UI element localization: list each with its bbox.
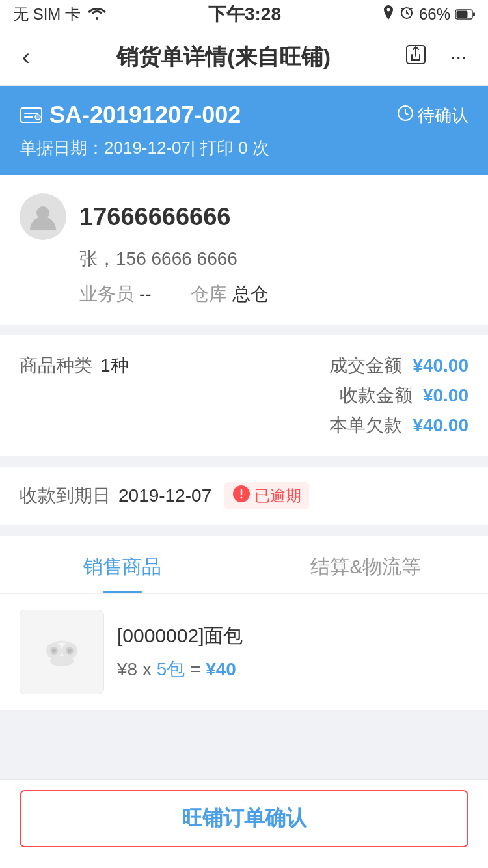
svg-point-17 xyxy=(50,656,74,666)
debt-row: 本单欠款 ¥40.00 xyxy=(329,413,468,438)
warehouse-value: 总仓 xyxy=(232,282,269,306)
location-icon xyxy=(383,5,394,23)
debt-value: ¥40.00 xyxy=(413,415,468,436)
order-meta: 单据日期：2019-12-07| 打印 0 次 xyxy=(20,137,468,159)
payment-label: 收款金额 xyxy=(340,383,413,408)
back-button[interactable]: ‹ xyxy=(16,37,36,77)
customer-name: 张，156 6666 6666 xyxy=(79,247,468,271)
amount-row: 成交金额 ¥40.00 xyxy=(329,353,468,378)
overdue-text: 已逾期 xyxy=(254,485,301,506)
due-date-section: 收款到期日 2019-12-07 已逾期 xyxy=(0,467,488,525)
salesperson-value: -- xyxy=(139,284,152,305)
unit-price: ¥8 xyxy=(117,659,137,679)
battery-label: 66% xyxy=(419,5,450,23)
product-info: [0000002]面包 ¥8 x 5包 = ¥40 xyxy=(117,623,468,682)
page-title: 销货单详情(来自旺铺) xyxy=(47,42,400,72)
order-header-card: SA-20191207-002 待确认 单据日期：2019-12-07| 打印 … xyxy=(0,86,488,175)
svg-point-15 xyxy=(52,649,56,653)
nav-bar: ‹ 销货单详情(来自旺铺) ··· xyxy=(0,29,488,86)
summary-left: 商品种类 1种 xyxy=(20,353,129,378)
order-status: 待确认 xyxy=(397,104,468,127)
warning-icon xyxy=(232,485,251,507)
customer-avatar xyxy=(20,193,66,240)
order-header-top: SA-20191207-002 待确认 xyxy=(20,102,468,129)
overdue-badge: 已逾期 xyxy=(224,482,309,509)
status-text: 待确认 xyxy=(418,104,468,127)
status-bar-time: 下午3:28 xyxy=(208,2,281,27)
warehouse-label: 仓库 xyxy=(191,282,227,306)
payment-row: 收款金额 ¥0.00 xyxy=(340,383,468,408)
wifi-icon xyxy=(87,5,107,23)
due-date-value: 2019-12-07 xyxy=(118,485,211,506)
tab-settlement[interactable]: 结算&物流等 xyxy=(244,536,488,593)
svg-point-10 xyxy=(241,497,243,499)
share-button[interactable] xyxy=(400,39,431,75)
warehouse-item: 仓库 总仓 xyxy=(191,282,269,306)
debt-label: 本单欠款 xyxy=(329,413,402,438)
battery-icon xyxy=(455,5,475,23)
status-bar: 无 SIM 卡 下午3:28 66% xyxy=(0,0,488,29)
product-image xyxy=(20,610,104,694)
product-type-label: 商品种类 xyxy=(20,353,92,378)
payment-value: ¥0.00 xyxy=(423,385,468,406)
salesperson-label: 业务员 xyxy=(79,282,134,306)
more-button[interactable]: ··· xyxy=(444,40,472,74)
product-total: ¥40 xyxy=(206,659,236,679)
summary-row: 商品种类 1种 成交金额 ¥40.00 收款金额 ¥0.00 本单欠款 ¥40.… xyxy=(20,353,468,438)
due-label: 收款到期日 xyxy=(20,483,111,508)
deal-amount-label: 成交金额 xyxy=(329,353,402,378)
status-bar-left: 无 SIM 卡 xyxy=(13,4,107,25)
tabs-section: 销售商品 结算&物流等 xyxy=(0,536,488,594)
customer-section: 17666666666 张，156 6666 6666 业务员 -- 仓库 总仓 xyxy=(0,175,488,325)
product-name: [0000002]面包 xyxy=(117,623,468,649)
product-item: [0000002]面包 ¥8 x 5包 = ¥40 xyxy=(0,594,488,710)
tab-products[interactable]: 销售商品 xyxy=(0,536,244,593)
bottom-bar: 旺铺订单确认 xyxy=(0,779,488,868)
summary-right: 成交金额 ¥40.00 收款金额 ¥0.00 本单欠款 ¥40.00 xyxy=(329,353,468,438)
product-price: ¥8 x 5包 = ¥40 xyxy=(117,657,468,682)
product-type-count: 1种 xyxy=(100,353,129,378)
confirm-order-button[interactable]: 旺铺订单确认 xyxy=(20,790,468,847)
salesperson-item: 业务员 -- xyxy=(79,282,152,306)
customer-meta: 业务员 -- 仓库 总仓 xyxy=(79,282,468,306)
deal-amount-value: ¥40.00 xyxy=(413,355,468,376)
svg-rect-3 xyxy=(456,11,467,18)
equals-sign: = xyxy=(190,659,200,679)
clock-icon xyxy=(397,105,414,126)
customer-phone: 17666666666 xyxy=(79,203,230,231)
summary-section: 商品种类 1种 成交金额 ¥40.00 收款金额 ¥0.00 本单欠款 ¥40.… xyxy=(0,335,488,456)
multiply-sign: x xyxy=(142,659,152,679)
svg-point-6 xyxy=(35,115,40,120)
status-bar-right: 66% xyxy=(383,5,475,23)
svg-rect-2 xyxy=(473,12,475,16)
alarm-icon xyxy=(400,5,414,23)
nav-actions: ··· xyxy=(400,39,472,75)
order-id: SA-20191207-002 xyxy=(20,102,241,129)
carrier-label: 无 SIM 卡 xyxy=(13,4,81,25)
customer-top: 17666666666 xyxy=(20,193,468,240)
svg-point-16 xyxy=(68,649,72,653)
product-qty: 5包 xyxy=(157,659,185,679)
